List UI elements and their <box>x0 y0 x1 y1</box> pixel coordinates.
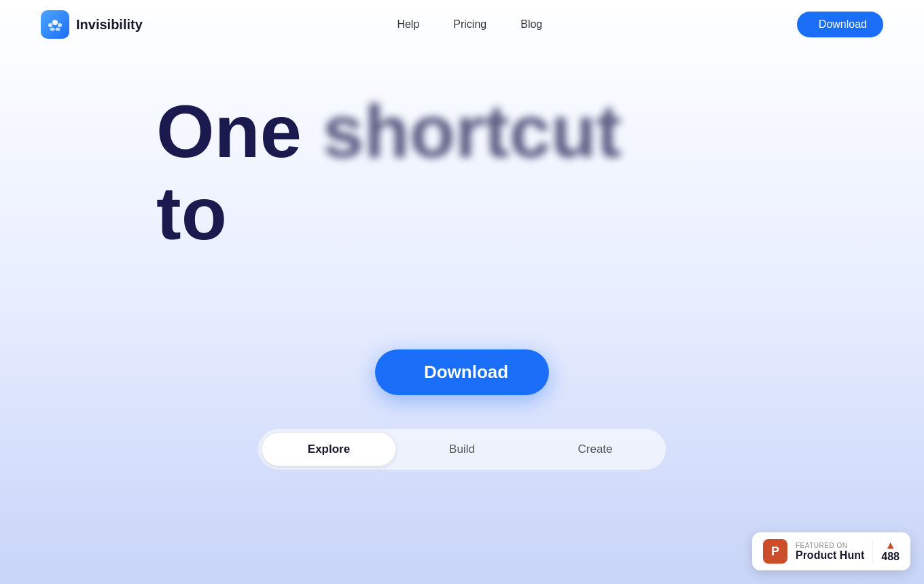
svg-point-4 <box>56 28 60 31</box>
nav-pricing[interactable]: Pricing <box>453 18 486 31</box>
svg-point-1 <box>48 23 52 27</box>
svg-point-3 <box>50 28 55 31</box>
product-hunt-name: Product Hunt <box>796 549 864 562</box>
tab-build[interactable]: Build <box>395 433 529 466</box>
hero-section: One shortcut to Download Explore Build C… <box>0 49 924 470</box>
hero-download-button[interactable]: Download <box>375 349 549 395</box>
hero-download-label: Download <box>424 362 508 383</box>
logo[interactable]: Invisibility <box>41 10 143 39</box>
product-hunt-logo: P <box>763 539 787 564</box>
tabs: Explore Build Create <box>258 429 666 470</box>
tabs-container: Explore Build Create <box>258 429 666 470</box>
vote-count: 488 <box>881 551 900 563</box>
navbar: Invisibility Help Pricing Blog Download <box>0 0 924 49</box>
upvote-arrow-icon: ▲ <box>885 540 896 551</box>
product-hunt-badge[interactable]: P FEATURED ON Product Hunt ▲ 488 <box>752 532 910 570</box>
nav-help[interactable]: Help <box>397 18 419 31</box>
product-hunt-text: FEATURED ON Product Hunt <box>796 542 864 562</box>
hero-cta: Download <box>375 349 549 395</box>
product-hunt-featured-label: FEATURED ON <box>796 542 864 549</box>
hero-title: One shortcut to <box>156 90 768 254</box>
logo-icon <box>41 10 69 39</box>
tab-create[interactable]: Create <box>529 433 662 466</box>
tab-explore[interactable]: Explore <box>262 433 395 466</box>
logo-text: Invisibility <box>76 17 143 33</box>
nav-download-label: Download <box>819 18 867 31</box>
svg-point-2 <box>58 23 62 27</box>
product-hunt-votes: ▲ 488 <box>872 540 900 563</box>
hero-word-to: to <box>156 171 227 255</box>
hero-word-one: One <box>156 89 323 173</box>
nav-links: Help Pricing Blog <box>397 18 542 31</box>
nav-blog[interactable]: Blog <box>520 18 542 31</box>
hero-word-shortcut: shortcut <box>323 89 622 173</box>
svg-point-0 <box>52 20 58 25</box>
nav-download-button[interactable]: Download <box>797 12 883 37</box>
